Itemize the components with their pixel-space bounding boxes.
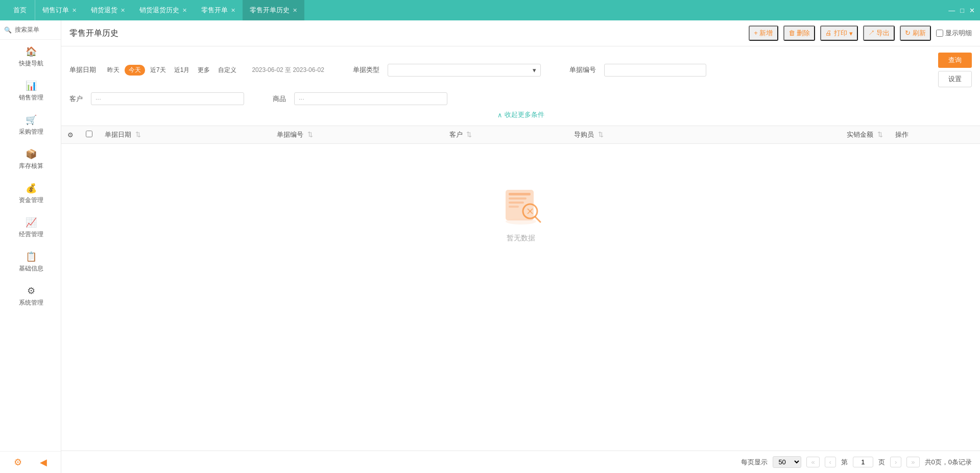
sidebar-collapse-icon[interactable]: ◀ [40,457,47,468]
sidebar-item-finance[interactable]: 💰 资金管理 [0,177,61,211]
tab-sales-order[interactable]: 销售订单 ✕ [35,0,84,20]
show-detail-checkbox[interactable] [936,30,943,37]
content-area: 零售开单历史 + 新增 🗑 删除 🖨 打印 ▾ ↗ 导出 ↻ 刷新 显示明细 单… [61,20,980,473]
inventory-icon: 📦 [26,148,37,160]
tab-sales-return[interactable]: 销货退货 ✕ [84,0,132,20]
goods-select[interactable]: ··· [294,92,447,105]
close-sales-order[interactable]: ✕ [72,7,77,14]
tab-sales-return-history[interactable]: 销货退货历史 ✕ [132,0,194,20]
purchase-mgmt-icon: 🛒 [26,114,37,126]
refresh-button[interactable]: ↻ 刷新 [900,26,931,41]
maximize-btn[interactable]: □ [960,7,964,14]
search-icon: 🔍 [4,27,12,34]
date-btn-yesterday[interactable]: 昨天 [104,65,123,76]
close-sales-return-history[interactable]: ✕ [182,7,187,14]
top-nav: 首页 销售订单 ✕ 销货退货 ✕ 销货退货历史 ✕ 零售开单 ✕ 零售开单历史 … [0,0,980,20]
date-btn-custom[interactable]: 自定义 [215,65,240,76]
sidebar-item-basic-info[interactable]: 📋 基础信息 [0,245,61,279]
sidebar-item-label: 库存核算 [19,162,43,170]
sidebar: 🔍 搜索菜单 🏠 快捷导航 📊 销售管理 🛒 采购管理 📦 库存核算 💰 资金管… [0,20,61,473]
current-page-input[interactable] [853,457,873,467]
svg-rect-5 [509,206,519,208]
add-button[interactable]: + 新增 [749,26,778,41]
tab-retail-history[interactable]: 零售开单历史 ✕ [243,0,304,20]
sidebar-item-sales-mgmt[interactable]: 📊 销售管理 [0,74,61,108]
date-range-display: 2023-06-02 至 2023-06-02 [252,66,324,74]
sidebar-item-inventory[interactable]: 📦 库存核算 [0,142,61,177]
sidebar-item-label: 销售管理 [19,93,43,102]
select-all-checkbox[interactable] [86,131,92,137]
sidebar-item-label: 系统管理 [19,298,43,307]
date-btn-more[interactable]: 更多 [195,65,213,76]
first-page-btn[interactable]: « [806,457,819,467]
per-page-label: 每页显示 [741,458,768,467]
th-date[interactable]: 单据日期 ⇅ [99,126,271,144]
svg-rect-2 [509,193,531,195]
sort-number-icon: ⇅ [307,131,313,138]
per-page-select[interactable]: 50 10 20 100 [773,456,801,468]
type-select[interactable]: ▾ [388,64,541,77]
window-controls: — □ ✕ [948,7,975,14]
toolbar: 零售开单历史 + 新增 🗑 删除 🖨 打印 ▾ ↗ 导出 ↻ 刷新 显示明细 [61,20,980,46]
prev-page-btn[interactable]: ‹ [825,457,836,467]
th-guide[interactable]: 导购员 ⇅ [568,126,716,144]
collapse-button[interactable]: ∧ 收起更多条件 [69,110,972,119]
page-title: 零售开单历史 [69,28,118,39]
close-retail-open[interactable]: ✕ [231,7,235,14]
sidebar-settings-icon[interactable]: ⚙ [14,457,22,468]
sort-guide-icon: ⇅ [598,131,604,138]
next-page-btn[interactable]: › [890,457,901,467]
filter-row-1: 单据日期 昨天 今天 近7天 近1月 更多 自定义 2023-06-02 至 2… [69,53,972,87]
empty-icon [495,185,546,226]
page-end-label: 页 [878,458,885,467]
empty-state: 暂无数据 [61,144,980,284]
sidebar-item-label: 基础信息 [19,264,43,273]
sort-customer-icon: ⇅ [466,131,472,138]
customer-select[interactable]: ··· [91,92,244,105]
number-label: 单据编号 [569,65,596,74]
print-button[interactable]: 🖨 打印 ▾ [820,26,858,41]
tab-home[interactable]: 首页 [5,0,35,20]
sidebar-item-label: 采购管理 [19,128,43,136]
date-buttons: 昨天 今天 近7天 近1月 更多 自定义 [104,65,240,76]
delete-button[interactable]: 🗑 删除 [783,26,816,41]
customer-dots: ··· [95,95,101,103]
date-btn-today[interactable]: 今天 [125,65,145,76]
th-amount[interactable]: 实销金额 ⇅ [716,126,889,144]
last-page-btn[interactable]: » [906,457,919,467]
collapse-label: 收起更多条件 [505,110,544,119]
query-button[interactable]: 查询 [938,53,972,68]
settings-button[interactable]: 设置 [938,71,972,87]
query-buttons: 查询 设置 [938,53,972,87]
tab-retail-open[interactable]: 零售开单 ✕ [194,0,243,20]
sidebar-search[interactable]: 🔍 搜索菜单 [0,20,61,40]
close-retail-history[interactable]: ✕ [293,7,297,14]
date-btn-7days[interactable]: 近7天 [147,65,169,76]
sidebar-item-sys-mgmt[interactable]: ⚙ 系统管理 [0,279,61,313]
table-area: ⚙ 单据日期 ⇅ 单据编号 ⇅ 客户 ⇅ [61,126,980,451]
total-text: 共0页，0条记录 [925,458,972,467]
show-detail-toggle[interactable]: 显示明细 [936,29,972,38]
sidebar-item-quick-nav[interactable]: 🏠 快捷导航 [0,40,61,74]
customer-label: 客户 [69,94,83,104]
th-settings[interactable]: ⚙ [61,126,80,144]
close-btn-window[interactable]: ✕ [969,7,975,14]
data-table: ⚙ 单据日期 ⇅ 单据编号 ⇅ 客户 ⇅ [61,126,980,144]
sidebar-item-operations[interactable]: 📈 经营管理 [0,211,61,245]
number-input[interactable] [604,64,706,77]
filter-area: 单据日期 昨天 今天 近7天 近1月 更多 自定义 2023-06-02 至 2… [61,46,980,126]
goods-label: 商品 [273,94,286,104]
close-sales-return[interactable]: ✕ [121,7,125,14]
sidebar-item-purchase-mgmt[interactable]: 🛒 采购管理 [0,108,61,142]
sort-amount-icon: ⇅ [877,131,883,138]
main-layout: 🔍 搜索菜单 🏠 快捷导航 📊 销售管理 🛒 采购管理 📦 库存核算 💰 资金管… [0,20,980,473]
date-btn-1month[interactable]: 近1月 [171,65,193,76]
th-check[interactable] [80,126,99,144]
date-label: 单据日期 [69,65,96,74]
sort-date-icon: ⇅ [135,131,141,138]
export-button[interactable]: ↗ 导出 [863,26,895,41]
toolbar-actions: + 新增 🗑 删除 🖨 打印 ▾ ↗ 导出 ↻ 刷新 显示明细 [749,26,972,41]
minimize-btn[interactable]: — [948,7,955,14]
th-number[interactable]: 单据编号 ⇅ [271,126,443,144]
th-customer[interactable]: 客户 ⇅ [443,126,568,144]
